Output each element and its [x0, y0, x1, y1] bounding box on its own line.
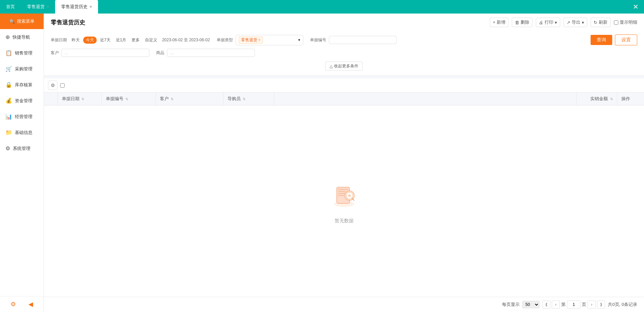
sidebar-item-finance[interactable]: 💰资金管理	[0, 93, 44, 109]
type-tag-close[interactable]: ×	[258, 38, 261, 42]
sidebar-search-label: 搜索菜单	[17, 18, 34, 24]
sidebar-icon-basic: 📁	[5, 129, 12, 136]
sidebar-item-system[interactable]: ⚙系统管理	[0, 140, 44, 156]
sidebar-item-inventory[interactable]: 🔒库存核算	[0, 77, 44, 93]
filter-settings-button[interactable]: 设置	[615, 35, 637, 45]
pagination-summary: 共0页, 0条记录	[608, 302, 637, 308]
data-table: 单据日期 ⇅ 单据编号 ⇅ 客户 ⇅	[44, 92, 644, 106]
tab-return-history[interactable]: 零售退货历史×	[55, 0, 98, 14]
table-container: ⚙ 单据日期 ⇅ 单据编号 ⇅	[44, 79, 644, 312]
tab-close-return-history[interactable]: ×	[90, 4, 92, 9]
sidebar-label-sales: 销售管理	[15, 50, 32, 56]
select-all-checkbox[interactable]	[60, 83, 65, 88]
sidebar-icon-sales: 📋	[5, 50, 12, 56]
print-icon: 🖨	[539, 20, 543, 25]
sidebar-label-finance: 资金管理	[15, 98, 32, 104]
page-nav: ⟪ ‹ 第 页 › ⟫	[542, 300, 605, 309]
refresh-icon: ↻	[594, 20, 597, 25]
sidebar-label-inventory: 库存核算	[15, 82, 32, 88]
add-button[interactable]: + 新增	[490, 18, 508, 27]
next-page-button[interactable]: ›	[588, 300, 596, 309]
sidebar-icon-inventory: 🔒	[5, 82, 12, 88]
collapse-icon[interactable]: ◀	[28, 300, 33, 308]
customer-filter-group: 客户 ...	[51, 49, 149, 57]
tab-home[interactable]: 首页	[0, 0, 21, 14]
settings-icon[interactable]: ⚙	[10, 300, 16, 308]
date-options: 昨天今天近7天近1月更多自定义	[70, 37, 159, 44]
prev-page-button[interactable]: ‹	[552, 300, 560, 309]
sidebar-item-basic[interactable]: 📁基础信息	[0, 125, 44, 140]
type-select[interactable]: 零售退货 × ▾	[236, 35, 303, 45]
tab-close-return[interactable]: ×	[47, 4, 49, 9]
table-gear-button[interactable]: ⚙	[48, 81, 57, 90]
date-opt-昨天[interactable]: 昨天	[70, 37, 82, 44]
date-opt-近1月[interactable]: 近1月	[114, 37, 128, 44]
goods-filter-group: 商品 ...	[156, 49, 255, 57]
sidebar-icon-purchase: 🛒	[5, 66, 12, 72]
id-filter-input[interactable]	[329, 36, 397, 44]
sidebar-item-purchase[interactable]: 🛒采购管理	[0, 61, 44, 77]
col-header-spacer	[274, 92, 576, 106]
sidebar-label-system: 系统管理	[13, 146, 30, 152]
layout: 🔍 搜索菜单 ⊕快捷导航📋销售管理🛒采购管理🔒库存核算💰资金管理📊经营管理📁基础…	[0, 14, 644, 312]
last-page-button[interactable]: ⟫	[597, 300, 605, 309]
col-header-amount[interactable]: 实销金额 ⇅	[576, 92, 617, 106]
date-opt-近7天[interactable]: 近7天	[98, 37, 113, 44]
show-detail-checkbox-label[interactable]: 显示明细	[614, 19, 637, 25]
delete-button[interactable]: 🗑 删除	[512, 18, 532, 27]
svg-rect-5	[338, 195, 344, 196]
top-bar: 首页零售退货×零售退货历史× ✕	[0, 0, 644, 14]
sidebar-label-operation: 经营管理	[15, 114, 32, 120]
sidebar-item-sales[interactable]: 📋销售管理	[0, 45, 44, 61]
goods-select[interactable]: ...	[167, 49, 255, 57]
sidebar-icon-operation: 📊	[5, 113, 12, 120]
print-button[interactable]: 🖨 打印 ▾	[536, 18, 560, 27]
close-window-icon[interactable]: ✕	[633, 3, 639, 11]
print-chevron-icon: ▾	[555, 20, 557, 25]
sort-id-icon: ⇅	[125, 97, 128, 101]
col-header-id[interactable]: 单据编号 ⇅	[101, 92, 156, 106]
sidebar: 🔍 搜索菜单 ⊕快捷导航📋销售管理🛒采购管理🔒库存核算💰资金管理📊经营管理📁基础…	[0, 14, 44, 312]
export-chevron-icon: ▾	[582, 20, 584, 25]
sidebar-search[interactable]: 🔍 搜索菜单	[0, 14, 44, 29]
export-button[interactable]: ↗ 导出 ▾	[564, 18, 587, 27]
delete-icon: 🗑	[515, 20, 519, 25]
page-title-row: 零售退货历史 + 新增 🗑 删除 🖨 打印 ▾ ↗ 导出	[51, 18, 637, 27]
date-opt-自定义[interactable]: 自定义	[143, 37, 159, 44]
per-page-select[interactable]: 102050100	[522, 301, 540, 308]
header-actions: + 新增 🗑 删除 🖨 打印 ▾ ↗ 导出 ▾	[490, 18, 637, 27]
empty-text: 暂无数据	[335, 218, 354, 224]
page-header: 零售退货历史 + 新增 🗑 删除 🖨 打印 ▾ ↗ 导出	[44, 14, 644, 76]
page-label: 第	[561, 302, 566, 308]
collapse-button[interactable]: △ 收起更多条件	[325, 62, 363, 71]
col-header-guide[interactable]: 导购员 ⇅	[223, 92, 274, 106]
first-page-button[interactable]: ⟪	[542, 300, 550, 309]
tab-list: 首页零售退货×零售退货历史×	[0, 0, 633, 14]
customer-select[interactable]: ...	[62, 49, 149, 57]
empty-icon	[327, 179, 361, 213]
tab-return[interactable]: 零售退货×	[21, 0, 55, 14]
svg-rect-3	[338, 191, 345, 192]
query-button[interactable]: 查询	[591, 35, 612, 45]
date-opt-今天[interactable]: 今天	[83, 37, 97, 44]
pagination: 每页显示 102050100 ⟪ ‹ 第 页 › ⟫ 共0页, 0条记录	[44, 297, 644, 312]
sidebar-item-quick-nav[interactable]: ⊕快捷导航	[0, 29, 44, 45]
per-page-label: 每页显示	[502, 302, 520, 308]
type-filter-label: 单据类型	[217, 37, 233, 43]
type-select-chevron: ▾	[298, 38, 300, 42]
date-range: 2023-06-02 至 2023-06-02	[162, 37, 210, 43]
id-filter-group: 单据编号	[310, 36, 397, 44]
sidebar-item-operation[interactable]: 📊经营管理	[0, 109, 44, 125]
sort-date-icon: ⇅	[81, 97, 84, 101]
col-header-ops: 操作	[617, 92, 644, 106]
table-toolbar: ⚙	[44, 79, 644, 92]
col-header-customer[interactable]: 客户 ⇅	[156, 92, 223, 106]
date-opt-更多[interactable]: 更多	[129, 37, 142, 44]
sidebar-label-purchase: 采购管理	[15, 66, 32, 72]
page-input[interactable]	[567, 300, 580, 309]
col-header-date[interactable]: 单据日期 ⇅	[57, 92, 101, 106]
type-tag: 零售退货 ×	[239, 37, 263, 44]
show-detail-checkbox[interactable]	[614, 20, 618, 25]
refresh-button[interactable]: ↻ 刷新	[591, 18, 611, 27]
filter-area: 单据日期 昨天今天近7天近1月更多自定义 2023-06-02 至 2023-0…	[51, 31, 637, 75]
